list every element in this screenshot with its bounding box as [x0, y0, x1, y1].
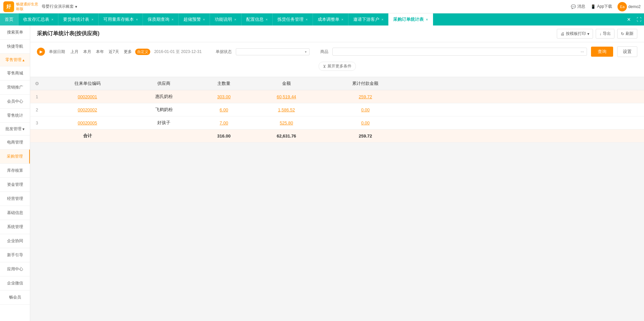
sidebar-item-marketing[interactable]: 营销推广	[0, 81, 30, 95]
refresh-icon: ↻	[621, 32, 624, 36]
data-table: ⚙ 往来单位编码 供应商 主数量 金额 累计付款金额 1 00020001 惠氏…	[30, 77, 644, 143]
cell-paid-1[interactable]: 0.00	[322, 103, 409, 116]
close-tab-function[interactable]: ×	[234, 17, 236, 21]
sidebar-item-system[interactable]: 系统管理	[0, 220, 30, 234]
cell-code-2[interactable]: 00020005	[44, 116, 131, 129]
sidebar-item-retail-stat[interactable]: 零售统计	[0, 109, 30, 123]
expand-filter-button[interactable]: ⊻ 展开更多条件	[319, 62, 356, 71]
message-button[interactable]: 💬 消息	[571, 4, 585, 9]
table-row: 2 00020002 飞鹤奶粉 6.00 1,586.52 0.00	[30, 103, 644, 116]
col-settings-header[interactable]: ⚙	[30, 77, 44, 90]
sidebar-item-retail-mgmt[interactable]: 零售管理 ▴	[0, 54, 30, 66]
tab-demand[interactable]: 要货单统计表 ×	[58, 13, 98, 25]
main-layout: 搜索英单 快捷导航 零售管理 ▴ 零售商城 营销推广 会员中心 零售统计 批发管…	[0, 25, 644, 321]
footer-label: 合计	[44, 129, 131, 143]
col-amount-header: 金额	[251, 77, 322, 90]
export-button[interactable]: ↓ 导出	[596, 29, 614, 39]
close-tab-overstock[interactable]: ×	[203, 17, 205, 21]
query-button[interactable]: 查询	[591, 47, 613, 57]
tab-invite[interactable]: 邀请下游客户 ×	[348, 13, 388, 25]
custom-date-badge[interactable]: 自定义	[135, 49, 150, 55]
cell-quantity-1[interactable]: 6.00	[197, 103, 251, 116]
sidebar-item-appcenter[interactable]: 应用中心	[0, 262, 30, 276]
shortcut-7days[interactable]: 近7天	[107, 48, 120, 55]
tab-cost[interactable]: 成本调整单 ×	[313, 13, 348, 25]
setting-button[interactable]: 设置	[617, 46, 637, 57]
shortcut-last-month[interactable]: 上月	[69, 48, 80, 55]
shortcut-this-month[interactable]: 本月	[82, 48, 93, 55]
sidebar-item-wechat[interactable]: 企业微信	[0, 276, 30, 290]
app-download-button[interactable]: 📱 App下载	[591, 4, 612, 9]
print-button[interactable]: 🖨 按模板打印 ▾	[557, 29, 593, 39]
date-range-text: 2016-01-01 至 2023-12-31	[154, 49, 202, 55]
tab-task[interactable]: 拣货任务管理 ×	[273, 13, 313, 25]
workspace-selector[interactable]: 母婴行业演示账套 ▾	[42, 4, 77, 9]
sidebar-item-guide[interactable]: 新手引导	[0, 248, 30, 262]
close-tab-config[interactable]: ×	[266, 17, 268, 21]
cell-amount-2[interactable]: 525.80	[251, 116, 322, 129]
tab-collect[interactable]: 收发存汇总表 ×	[18, 13, 58, 25]
cell-quantity-2[interactable]: 7.00	[197, 116, 251, 129]
sidebar-item-retail-shop[interactable]: 零售商城	[0, 66, 30, 81]
tab-config[interactable]: 配置信息 ×	[241, 13, 273, 25]
close-all-tabs-button[interactable]: ✕	[624, 13, 634, 25]
fullscreen-button[interactable]: ⛶	[634, 13, 644, 25]
goods-input[interactable]: ···	[332, 48, 587, 56]
sidebar-item-search[interactable]: 搜索英单	[0, 25, 30, 40]
close-tab-task[interactable]: ×	[306, 17, 308, 21]
close-tab-expiry[interactable]: ×	[171, 17, 173, 21]
footer-amount: 62,631.76	[251, 129, 322, 143]
column-settings-icon[interactable]: ⚙	[35, 81, 39, 86]
expand-down-icon: ⊻	[323, 64, 326, 69]
tab-overstock[interactable]: 超储预警 ×	[179, 13, 210, 25]
tab-stock-book[interactable]: 可用量库存账本 ×	[99, 13, 143, 25]
close-tab-cost[interactable]: ×	[341, 17, 343, 21]
sidebar-item-batch-mgmt[interactable]: 批发管理 ▾	[0, 123, 30, 136]
tab-purchase-stat[interactable]: 采购订单统计表 ×	[388, 13, 433, 25]
cell-num-0: 1	[30, 90, 44, 103]
col-code-header: 往来单位编码	[44, 77, 131, 90]
close-tab-demand[interactable]: ×	[91, 17, 93, 21]
cell-paid-2[interactable]: 0.00	[322, 116, 409, 129]
cell-quantity-0[interactable]: 303.00	[197, 90, 251, 103]
filter-toggle-button[interactable]: ▶	[37, 48, 45, 56]
status-select-arrow: ▾	[305, 50, 307, 54]
filter-row-1: ▶ 单据日期 上月 本月 本年 近7天 更多 自定义 2016-01-01 至 …	[37, 46, 637, 57]
sidebar-item-finance[interactable]: 资金管理	[0, 178, 30, 192]
user-profile[interactable]: Ea demo2	[618, 2, 641, 11]
cell-amount-1[interactable]: 1,586.52	[251, 103, 322, 116]
status-filter-label: 单据状态	[216, 49, 232, 55]
sidebar-item-inventory[interactable]: 库存核算	[0, 164, 30, 178]
cell-num-2: 3	[30, 116, 44, 129]
close-tab-collect[interactable]: ×	[51, 17, 53, 21]
sidebar-item-ecom[interactable]: 电商管理	[0, 136, 30, 150]
tab-function[interactable]: 功能说明 ×	[210, 13, 241, 25]
chevron-down-icon: ▾	[75, 4, 77, 9]
page-header: 采购订单统计表(按供应商) 🖨 按模板打印 ▾ ↓ 导出 ↻ 刷新	[30, 25, 644, 42]
sidebar-item-vip[interactable]: 畅会员	[0, 290, 30, 305]
refresh-button[interactable]: ↻ 刷新	[617, 29, 637, 39]
tab-home[interactable]: 首页	[0, 13, 18, 25]
close-tab-stock-book[interactable]: ×	[136, 17, 138, 21]
date-shortcuts: 上月 本月 本年 近7天 更多 自定义	[69, 48, 150, 55]
close-tab-purchase-stat[interactable]: ×	[426, 17, 428, 21]
footer-empty-3	[409, 129, 644, 143]
close-tab-invite[interactable]: ×	[381, 17, 383, 21]
table-container: ⚙ 往来单位编码 供应商 主数量 金额 累计付款金额 1 00020001 惠氏…	[30, 77, 644, 143]
sidebar-item-quicknav[interactable]: 快捷导航	[0, 40, 30, 54]
sidebar-item-enterprise[interactable]: 企业协同	[0, 234, 30, 248]
sidebar-item-basic[interactable]: 基础信息	[0, 206, 30, 220]
sidebar-item-member[interactable]: 会员中心	[0, 95, 30, 109]
status-select[interactable]: ▾	[236, 48, 310, 55]
cell-paid-0[interactable]: 259.72	[322, 90, 409, 103]
shortcut-this-year[interactable]: 本年	[95, 48, 105, 55]
page-title: 采购订单统计表(按供应商)	[37, 30, 100, 37]
cell-code-1[interactable]: 00020002	[44, 103, 131, 116]
sidebar-item-purchase[interactable]: 采购管理	[0, 150, 30, 164]
tab-expiry[interactable]: 保质期查询 ×	[143, 13, 178, 25]
cell-code-0[interactable]: 00020001	[44, 90, 131, 103]
shortcut-more[interactable]: 更多	[122, 48, 133, 55]
sidebar-item-operation[interactable]: 经营管理	[0, 192, 30, 206]
logo-icon: 好	[3, 1, 14, 12]
cell-amount-0[interactable]: 60,519.44	[251, 90, 322, 103]
